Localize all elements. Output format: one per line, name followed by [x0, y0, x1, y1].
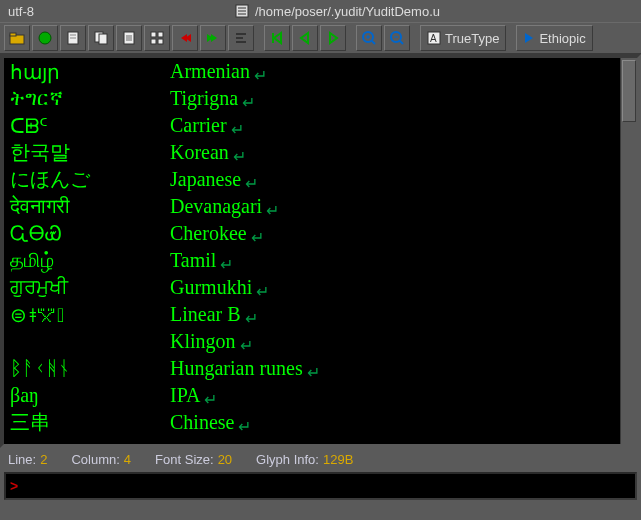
doc3-button[interactable]	[116, 25, 142, 51]
text-line: ᛒᚨᚲᚻᚾHungarian runes↵	[4, 355, 637, 382]
label-text: IPA↵	[170, 384, 217, 407]
svg-rect-17	[158, 39, 163, 44]
align-button[interactable]	[228, 25, 254, 51]
line-value: 2	[40, 452, 47, 467]
script-label: Ethiopic	[539, 31, 585, 46]
undo-button[interactable]	[172, 25, 198, 51]
newline-icon: ↵	[245, 174, 258, 193]
svg-rect-13	[126, 35, 132, 41]
label-text: Cherokee↵	[170, 222, 264, 245]
label-text: Carrier↵	[170, 114, 244, 137]
title-bar: utf-8 /home/poser/.yudit/YuditDemo.u	[0, 0, 641, 22]
title-center: /home/poser/.yudit/YuditDemo.u	[34, 4, 641, 19]
prev-first-button[interactable]	[264, 25, 290, 51]
text-line: Klingon↵	[4, 328, 637, 355]
newline-icon: ↵	[307, 363, 320, 382]
native-text: தமிழ்	[4, 249, 170, 272]
text-line: ᏩᎾᏯCherokee↵	[4, 220, 637, 247]
newline-icon: ↵	[256, 282, 269, 301]
redo-button[interactable]	[200, 25, 226, 51]
native-text: ትግርኛ	[4, 87, 170, 110]
glyphinfo-label: Glyph Info:	[256, 452, 319, 467]
command-line[interactable]: >	[4, 472, 637, 500]
record-button[interactable]	[32, 25, 58, 51]
text-line: ਗੁਰਮੁਖੀGurmukhi↵	[4, 274, 637, 301]
file-path: /home/poser/.yudit/YuditDemo.u	[255, 4, 440, 19]
svg-text:A: A	[430, 33, 437, 44]
text-line: にほんごJapanese↵	[4, 166, 637, 193]
newline-icon: ↵	[251, 228, 264, 247]
text-line: βaŋIPA↵	[4, 382, 637, 409]
svg-line-27	[400, 41, 403, 44]
native-text: 三串	[4, 409, 170, 436]
play-icon	[523, 32, 535, 44]
file-icon	[235, 4, 249, 18]
open-button[interactable]	[4, 25, 30, 51]
doc2-button[interactable]	[88, 25, 114, 51]
column-label: Column:	[71, 452, 119, 467]
editor-area[interactable]: հայրArmenian↵ትግርኛTigrigna↵ᑕᗸᑦCarrier↵한국말…	[0, 54, 641, 448]
scrollbar-thumb[interactable]	[622, 60, 636, 122]
newline-icon: ↵	[240, 336, 253, 355]
text-line: देवनागरीDevanagari↵	[4, 193, 637, 220]
grid-button[interactable]	[144, 25, 170, 51]
text-line: ᑕᗸᑦCarrier↵	[4, 112, 637, 139]
newline-icon: ↵	[220, 255, 233, 274]
label-text: Klingon↵	[170, 330, 253, 353]
text-line: 三串Chinese↵	[4, 409, 637, 436]
vertical-scrollbar[interactable]	[620, 58, 637, 444]
label-text: Korean↵	[170, 141, 246, 164]
font-icon: A	[427, 31, 441, 45]
native-text: 한국말	[4, 139, 170, 166]
newline-icon: ↵	[242, 93, 255, 112]
svg-rect-11	[99, 34, 107, 44]
text-line: հայրArmenian↵	[4, 58, 637, 85]
new-doc-button[interactable]	[60, 25, 86, 51]
text-line: ትግርኛTigrigna↵	[4, 85, 637, 112]
prompt: >	[10, 478, 18, 494]
toolbar: A TrueType Ethiopic	[0, 22, 641, 54]
native-text: ᏩᎾᏯ	[4, 222, 170, 245]
label-text: Hungarian runes↵	[170, 357, 320, 380]
svg-rect-5	[10, 33, 16, 36]
text-line: ⊜𐀞𐁅𐁏Linear B↵	[4, 301, 637, 328]
newline-icon: ↵	[254, 66, 267, 85]
label-text: Chinese↵	[170, 411, 251, 434]
label-text: Armenian↵	[170, 60, 267, 83]
line-label: Line:	[8, 452, 36, 467]
font-selector[interactable]: A TrueType	[420, 25, 506, 51]
font-label: TrueType	[445, 31, 499, 46]
text-line: 한국말Korean↵	[4, 139, 637, 166]
svg-rect-16	[151, 39, 156, 44]
native-text: にほんご	[4, 166, 170, 193]
column-value: 4	[124, 452, 131, 467]
label-text: Tigrigna↵	[170, 87, 255, 110]
newline-icon: ↵	[231, 120, 244, 139]
native-text: ਗੁਰਮੁਖੀ	[4, 276, 170, 299]
newline-icon: ↵	[233, 147, 246, 166]
zoom-out-button[interactable]	[384, 25, 410, 51]
prev-button[interactable]	[292, 25, 318, 51]
fontsize-label: Font Size:	[155, 452, 214, 467]
svg-point-6	[39, 32, 51, 44]
native-text: ᛒᚨᚲᚻᚾ	[4, 357, 170, 380]
label-text: Tamil↵	[170, 249, 233, 272]
label-text: Gurmukhi↵	[170, 276, 269, 299]
newline-icon: ↵	[266, 201, 279, 220]
zoom-in-button[interactable]	[356, 25, 382, 51]
fontsize-value: 20	[218, 452, 232, 467]
native-text: देवनागरी	[4, 195, 170, 218]
label-text: Linear B↵	[170, 303, 258, 326]
svg-rect-15	[158, 32, 163, 37]
script-selector[interactable]: Ethiopic	[516, 25, 592, 51]
encoding-label: utf-8	[0, 4, 34, 19]
status-bar: Line: 2 Column: 4 Font Size: 20 Glyph In…	[0, 448, 641, 470]
native-text: հայր	[4, 60, 170, 84]
label-text: Devanagari↵	[170, 195, 279, 218]
svg-rect-14	[151, 32, 156, 37]
native-text: ⊜𐀞𐁅𐁏	[4, 303, 170, 327]
next-button[interactable]	[320, 25, 346, 51]
svg-line-23	[372, 41, 375, 44]
newline-icon: ↵	[204, 390, 217, 409]
newline-icon: ↵	[238, 417, 251, 436]
